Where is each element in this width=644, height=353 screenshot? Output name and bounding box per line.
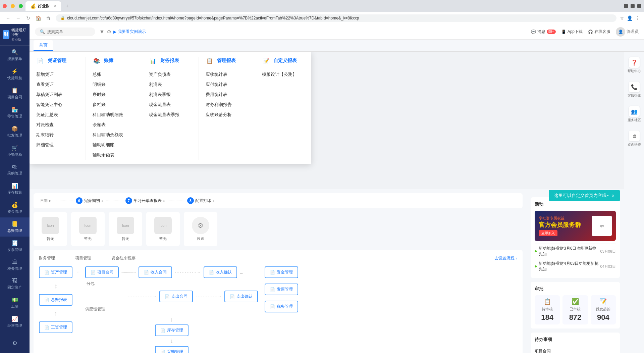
menu-item-account-check[interactable]: 对账检查 <box>35 120 80 130</box>
menu-item-archive[interactable]: 归档管理 <box>35 140 80 150</box>
sidebar-item-fixedasset[interactable]: 🏗 固定资产 <box>0 274 30 293</box>
new-tab-btn[interactable]: + <box>62 1 72 11</box>
close-btn[interactable] <box>3 4 7 8</box>
home-btn[interactable]: 🏠 <box>34 14 42 22</box>
online-service-btn[interactable]: 🎧 在线客服 <box>588 29 610 35</box>
maximize-btn[interactable] <box>19 4 23 8</box>
menu-section-custom-report: 📝 自定义报表 模版设计【公测】 <box>255 54 311 162</box>
search-input[interactable] <box>47 30 87 34</box>
sidebar-item-finance[interactable]: 💰 资金管理 <box>0 198 30 217</box>
browser-restore-icon[interactable] <box>631 4 635 8</box>
menu-item-expense[interactable]: 费用统计表 <box>204 90 250 99</box>
logo-text: 畅捷通好业财 专业版 <box>11 28 27 42</box>
sidebar-item-inventory[interactable]: 📊 库存核算 <box>0 179 30 198</box>
sidebar-item-salary[interactable]: 💵 工资 <box>0 293 30 312</box>
url-text: cloud.chanjet.com/cc/u6d89qwnryel/57bfsk… <box>67 16 359 20</box>
bookmark-icon[interactable]: ☆ <box>620 15 624 21</box>
sidebar-item-accounting[interactable]: 📒 总账管理 <box>0 217 30 237</box>
menu-item-multi-col[interactable]: 多栏账 <box>91 100 137 109</box>
sidebar-label-accounting: 总账管理 <box>7 228 22 233</box>
main-area: 🔍 ▼ ⚙ ▶ 我要看实例演示 💬 消息 99+ 📱 Ap <box>30 24 644 353</box>
menu-item-journal[interactable]: 序时账 <box>91 90 137 99</box>
menu-item-view-voucher[interactable]: 查看凭证 <box>35 80 80 89</box>
minimize-btn[interactable] <box>11 4 15 8</box>
sidebar-settings-btn[interactable]: ⚙ <box>9 337 20 350</box>
ledger-menu-items: 总账 明细账 序时账 多栏账 科目辅助明细账 余额表 科目辅助余额表 辅助明细账… <box>91 70 137 160</box>
dropdown-overlay: 📄 凭证管理 新增凭证 查看凭证 草稿凭证列表 智能凭证中心 凭证汇总表 对账检… <box>30 52 644 353</box>
sidebar-item-wholesale[interactable]: 📦 批发管理 <box>0 122 30 141</box>
sidebar-item-operations[interactable]: 📈 经营管理 <box>0 312 30 332</box>
menu-item-aux-balance[interactable]: 辅助余额表 <box>91 150 137 160</box>
tab-home[interactable]: 首页 <box>34 40 53 51</box>
menu-item-cashflow[interactable]: 现金流量表 <box>148 100 193 109</box>
sidebar-label-tax: 税务管理 <box>7 266 22 271</box>
sidebar-item-tax[interactable]: 🏛 税务管理 <box>0 256 30 274</box>
menu-item-template-design[interactable]: 模版设计【公测】 <box>261 70 306 79</box>
active-tab[interactable]: 💰 好业财 × <box>25 1 61 11</box>
financial-report-title: 📊 财务报表 <box>148 57 193 66</box>
menu-item-smart-voucher[interactable]: 智能凭证中心 <box>35 100 80 109</box>
tab-close[interactable]: × <box>54 4 56 8</box>
delete-btn[interactable]: 🗑 <box>44 14 52 22</box>
menu-item-subject-balance[interactable]: 科目辅助余额表 <box>91 130 137 140</box>
browser-close-icon[interactable] <box>637 4 641 8</box>
menu-item-general-ledger[interactable]: 总账 <box>91 70 137 79</box>
menu-item-receivable-aging[interactable]: 应收账龄分析 <box>204 110 250 119</box>
menu-item-subject-detail[interactable]: 科目辅助明细账 <box>91 110 137 119</box>
sidebar-item-search[interactable]: 🔍 搜索菜单 <box>0 46 30 65</box>
service-icon: 🎧 <box>588 30 593 34</box>
menu-item-cashflow-quarter[interactable]: 现金流量表季报 <box>148 110 193 119</box>
menu-item-balance[interactable]: 余额表 <box>91 120 137 130</box>
url-bar[interactable]: 🔒 cloud.chanjet.com/cc/u6d89qwnryel/57bf… <box>56 14 616 22</box>
browser-minimize-icon[interactable] <box>624 4 628 8</box>
sidebar-label-operations: 经营管理 <box>7 323 22 328</box>
sidebar-item-ecommerce[interactable]: 🛒 小畅电商 <box>0 141 30 160</box>
customize-tip-close[interactable]: × <box>612 193 614 198</box>
sidebar-item-project[interactable]: 📋 项目合同 <box>0 84 30 103</box>
menu-item-new-voucher[interactable]: 新增凭证 <box>35 70 80 79</box>
sidebar-item-retail[interactable]: 🏪 零售管理 <box>0 103 30 122</box>
menu-item-profit[interactable]: 利润表 <box>148 80 193 89</box>
finance-icon: 💰 <box>11 202 18 208</box>
mgmt-report-items: 应收统计表 应付统计表 费用统计表 财务利润报告 应收账龄分析 <box>204 70 250 119</box>
menu-item-detail-ledger[interactable]: 明细账 <box>91 80 137 89</box>
retail-icon: 🏪 <box>11 106 18 113</box>
forward-btn[interactable]: → <box>14 14 22 22</box>
reload-btn[interactable]: ↻ <box>24 14 32 22</box>
invoice-icon: 🧾 <box>11 240 18 246</box>
user-menu-btn[interactable]: 👤 管理员 <box>616 27 639 37</box>
menu-item-receivable[interactable]: 应收统计表 <box>204 70 250 79</box>
menu-item-voucher-summary[interactable]: 凭证汇总表 <box>35 110 80 119</box>
menu-item-period-end[interactable]: 期末结转 <box>35 130 80 140</box>
menu-item-aux-detail[interactable]: 辅助明细账 <box>91 140 137 150</box>
menu-item-profit-quarter[interactable]: 利润表季报 <box>148 90 193 99</box>
sidebar-label-ecommerce: 小畅电商 <box>7 152 22 157</box>
message-icon: 💬 <box>531 30 536 34</box>
extension-icon[interactable]: ⋮ <box>635 15 640 21</box>
ledger-title: 账簿 <box>104 58 113 64</box>
voucher-section-title: 📄 凭证管理 <box>35 57 80 66</box>
settings-gear[interactable]: ⚙ <box>107 29 111 35</box>
watch-demo-btn[interactable]: ▶ 我要看实例演示 <box>113 29 146 35</box>
sidebar-item-invoice[interactable]: 🧾 发票管理 <box>0 237 30 256</box>
sidebar-item-purchase[interactable]: 🛍 采购管理 <box>0 160 30 179</box>
dropdown-chevron[interactable]: ▼ <box>99 29 105 35</box>
browser-controls <box>3 4 23 8</box>
menu-section-voucher: 📄 凭证管理 新增凭证 查看凭证 草稿凭证列表 智能凭证中心 凭证汇总表 对账检… <box>30 54 86 162</box>
profile-icon[interactable]: 👤 <box>627 15 633 21</box>
menu-item-balance-sheet[interactable]: 资产负债表 <box>148 70 193 79</box>
sidebar-label-search: 搜索菜单 <box>7 56 22 61</box>
menu-item-payable[interactable]: 应付统计表 <box>204 80 250 89</box>
back-btn[interactable]: ← <box>4 14 12 22</box>
search-bar[interactable]: 🔍 <box>35 28 95 36</box>
nav-buttons: ← → ↻ 🏠 🗑 <box>4 14 52 22</box>
sidebar: 财 畅捷通好业财 专业版 🔍 搜索菜单 ⚡ 快捷导航 📋 项目合同 🏪 零售管理 <box>0 24 30 353</box>
message-btn[interactable]: 💬 消息 99+ <box>531 29 556 35</box>
ecommerce-icon: 🛒 <box>11 145 18 151</box>
custom-report-label: 自定义报表 <box>273 58 297 64</box>
settings-area: ▼ ⚙ ▶ 我要看实例演示 <box>99 29 146 35</box>
menu-item-profit-report[interactable]: 财务利润报告 <box>204 100 250 109</box>
menu-item-draft-voucher[interactable]: 草稿凭证列表 <box>35 90 80 99</box>
sidebar-item-quicknav[interactable]: ⚡ 快捷导航 <box>0 65 30 84</box>
app-download-btn[interactable]: 📱 App下载 <box>561 29 583 35</box>
